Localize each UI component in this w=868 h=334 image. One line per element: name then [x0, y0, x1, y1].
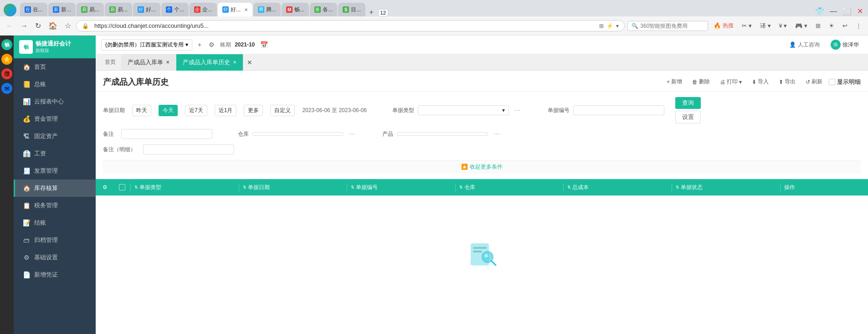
type-dots-button[interactable]: ···: [513, 106, 522, 114]
th-checkbox[interactable]: [114, 184, 130, 190]
company-selector[interactable]: (勿删勿禁用）江西服宝测试专用 ▾: [101, 39, 192, 51]
type-select[interactable]: ▾: [418, 105, 509, 115]
tab-history-close[interactable]: ✕: [233, 60, 236, 65]
close-all-tabs-button[interactable]: ✕: [243, 58, 256, 67]
tab-history[interactable]: 产成品入库单历史 ✕: [176, 54, 243, 71]
forward-button[interactable]: →: [18, 21, 30, 31]
tab-7[interactable]: 企 企...: [190, 3, 217, 16]
date-more-btn[interactable]: 更多: [244, 105, 263, 116]
print-button[interactable]: 🖨 打印 ▾: [716, 76, 745, 87]
tab-voucher-list[interactable]: 产成品入库单 ✕: [121, 54, 176, 71]
delete-button[interactable]: 🗑 删除: [688, 76, 714, 87]
reload-button[interactable]: ↻: [33, 21, 43, 31]
search-input-360[interactable]: [640, 23, 704, 29]
ql-star-icon[interactable]: ⭐: [1, 54, 12, 65]
tab-10[interactable]: M 畅...: [282, 3, 309, 16]
tab-12[interactable]: S 目...: [338, 3, 365, 16]
export-button[interactable]: ⬆ 导出: [775, 76, 799, 87]
browser-logo[interactable]: 🌐: [4, 4, 16, 16]
tab-5[interactable]: 好 好...: [133, 3, 160, 16]
minimize-button[interactable]: —: [827, 6, 839, 16]
grid-icon[interactable]: ⊞: [599, 23, 604, 29]
note-input[interactable]: [121, 129, 212, 139]
lightning-icon[interactable]: ⚡: [606, 23, 613, 29]
new-record-button[interactable]: + 新增: [663, 76, 686, 87]
translate-button[interactable]: 译 ▾: [757, 21, 774, 31]
show-detail-checkbox[interactable]: [829, 79, 835, 85]
game-button[interactable]: 🎮 ▾: [792, 21, 810, 31]
date-today-btn[interactable]: 今天: [159, 105, 178, 116]
note-detail-input[interactable]: [143, 144, 234, 154]
calendar-button[interactable]: 📅: [258, 40, 270, 49]
sidebar-item-basic-settings[interactable]: ⚙ 基础设置: [14, 249, 96, 266]
collapse-filters-button[interactable]: 🔼 收起更多条件: [103, 160, 861, 174]
query-button[interactable]: 查询: [675, 97, 701, 109]
date-1month-btn[interactable]: 近1月: [215, 105, 237, 116]
th-no[interactable]: ⇅ 单据编号: [347, 184, 455, 191]
more-settings-button[interactable]: ⋮: [853, 21, 864, 31]
tab-8[interactable]: 好 好... ✕: [218, 3, 252, 16]
date-7days-btn[interactable]: 近7天: [185, 105, 207, 116]
shirt-icon[interactable]: 👕: [813, 6, 827, 16]
sidebar-item-fixed-asset[interactable]: 🏗 固定资产: [14, 128, 96, 145]
account-settings-button[interactable]: ⚙: [207, 40, 216, 49]
product-dots-button[interactable]: ···: [492, 130, 501, 138]
sidebar-item-payroll[interactable]: 👔 工资: [14, 145, 96, 162]
back-arrow-button[interactable]: ↩: [840, 21, 850, 31]
product-select[interactable]: [397, 132, 488, 136]
sidebar-item-inventory[interactable]: 🏠 库存核算: [14, 180, 96, 197]
new-tab-button[interactable]: +: [366, 8, 376, 16]
tab-4[interactable]: 易 易...: [105, 3, 132, 16]
back-button[interactable]: ←: [4, 21, 15, 31]
sidebar-item-archive[interactable]: 🗃 归档管理: [14, 231, 96, 249]
import-button[interactable]: ⬇ 导入: [748, 76, 772, 87]
th-status[interactable]: ⇅ 单据状态: [672, 184, 780, 191]
tab-2[interactable]: 新 新...: [48, 3, 76, 16]
th-date[interactable]: ⇅ 单据日期: [239, 184, 347, 191]
tab-1[interactable]: 在 在...: [20, 3, 47, 16]
hot-search-button[interactable]: 🔥 热搜: [711, 21, 736, 31]
tab-9[interactable]: 腾 腾...: [253, 3, 281, 16]
sidebar-item-cloud-report[interactable]: 📊 云报表中心: [14, 93, 96, 110]
ql-weibo-icon[interactable]: 微: [1, 68, 12, 79]
close-window-button[interactable]: ✕: [855, 6, 865, 16]
ql-chanjet-icon[interactable]: 畅: [1, 39, 12, 50]
user-button[interactable]: 徐 徐泽华: [827, 38, 863, 51]
tab-11[interactable]: 各 各...: [310, 3, 337, 16]
tab-close-8[interactable]: ✕: [244, 7, 248, 12]
warehouse-select[interactable]: [252, 132, 344, 136]
maximize-button[interactable]: ⬜: [840, 6, 854, 16]
currency-button[interactable]: ¥ ▾: [776, 21, 790, 31]
sidebar-item-tax[interactable]: 📋 税务管理: [14, 197, 96, 214]
add-company-button[interactable]: +: [196, 40, 203, 49]
th-type[interactable]: ⇅ 单据类型: [130, 184, 239, 191]
date-custom-btn[interactable]: 自定义: [270, 105, 295, 116]
th-warehouse[interactable]: ⇅ 仓库: [455, 184, 564, 191]
tab-3[interactable]: 易 易...: [77, 3, 104, 16]
home-button[interactable]: 🏠: [46, 21, 60, 31]
set-button[interactable]: 设置: [675, 111, 701, 123]
tab-6[interactable]: 个 个...: [161, 3, 189, 16]
sidebar-item-fund[interactable]: 💰 资金管理: [14, 110, 96, 128]
service-button[interactable]: 👤 人工咨询: [786, 40, 823, 50]
sidebar-item-home[interactable]: 🏠 首页: [14, 58, 96, 76]
sidebar-item-ledger[interactable]: 📒 总账: [14, 76, 96, 93]
sidebar-item-new-entry[interactable]: 📄 新增凭证: [14, 266, 96, 283]
apps-button[interactable]: ⊞: [813, 21, 823, 31]
url-input[interactable]: [94, 22, 596, 29]
select-all-checkbox[interactable]: [119, 184, 125, 190]
ql-mail-icon[interactable]: ✉: [1, 83, 12, 94]
bookmark-button[interactable]: ☆: [62, 21, 73, 31]
chevron-down-icon[interactable]: ▾: [616, 23, 619, 29]
refresh-button[interactable]: ↺ 刷新: [802, 76, 826, 87]
date-yesterday-btn[interactable]: 昨天: [132, 105, 151, 116]
scissors-button[interactable]: ✂ ▾: [739, 21, 755, 31]
tab-list-close[interactable]: ✕: [166, 60, 169, 65]
warehouse-dots-button[interactable]: ···: [347, 130, 357, 138]
th-cost[interactable]: ⇅ 总成本: [563, 184, 672, 191]
sidebar-item-invoice[interactable]: 🧾 发票管理: [14, 162, 96, 180]
th-settings[interactable]: ⚙: [96, 184, 114, 190]
theme-button[interactable]: ☀: [826, 21, 837, 31]
voucherno-input[interactable]: [573, 105, 664, 115]
sidebar-item-close[interactable]: 📝 结账: [14, 214, 96, 231]
